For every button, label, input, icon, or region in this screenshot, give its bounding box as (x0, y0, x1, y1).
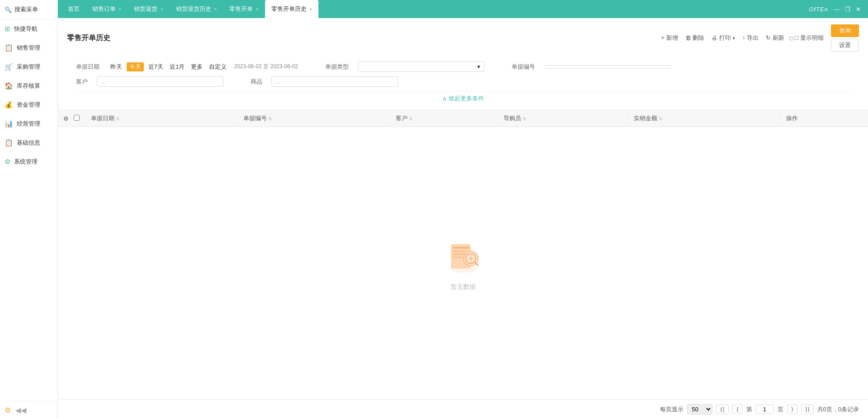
sidebar-item-label: 快捷导航 (14, 25, 38, 33)
customer-input[interactable]: ... (97, 76, 223, 87)
col-date-sort[interactable]: 单据日期 (91, 114, 232, 122)
yesterday-option[interactable]: 昨天 (109, 62, 124, 71)
system-icon: ⚙ (5, 158, 10, 166)
collapse-button[interactable]: ∧ 收起更多条件 (442, 94, 484, 103)
window-close-btn[interactable]: ✕ (856, 6, 861, 13)
sidebar-item-finance-mgmt[interactable]: 💰 资金管理 (0, 95, 57, 114)
table-container: ⚙ 单据日期 单据编号 客户 (58, 110, 868, 399)
tab-sales-return-history-close[interactable]: × (214, 6, 217, 12)
page-size-select[interactable]: 20 50 100 (687, 404, 712, 414)
sidebar-item-label: 采购管理 (17, 63, 40, 71)
action-buttons: 查询 设置 (831, 24, 859, 52)
window-minimize-btn[interactable]: — (834, 6, 840, 13)
print-button[interactable]: 🖨 打印 ▾ (710, 34, 735, 42)
tab-sales-return-history-label: 销货退货历史 (176, 5, 211, 13)
operations-icon: 📊 (5, 120, 13, 128)
tab-retail-open-history-label: 零售开单历史 (271, 5, 307, 13)
purchase-icon: 🛒 (5, 63, 13, 71)
col-customer-sort[interactable]: 客户 (396, 114, 492, 122)
sidebar-item-operations-mgmt[interactable]: 📊 经营管理 (0, 114, 57, 133)
delete-button[interactable]: 🗑 删除 (683, 34, 705, 42)
last-month-option[interactable]: 近1月 (168, 62, 186, 71)
svg-rect-5 (453, 257, 462, 258)
col-no-sort[interactable]: 单据编号 (243, 114, 384, 122)
more-option[interactable]: 更多 (189, 62, 204, 71)
select-all-checkbox[interactable] (74, 115, 80, 121)
col-customer[interactable]: 客户 (390, 110, 498, 127)
checkbox-icon: □ (790, 35, 793, 42)
doc-no-input[interactable] (544, 65, 671, 69)
filter-area: 单据日期 昨天 今天 近7天 近1月 更多 自定义 2023-06-02 至 2… (67, 57, 859, 110)
tab-sales-order[interactable]: 销售订单 × (86, 0, 128, 18)
window-restore-btn[interactable]: ❐ (845, 6, 850, 13)
sidebar-item-label: 系统管理 (14, 158, 38, 166)
doc-type-select[interactable]: ▾ (358, 61, 484, 72)
page-header: 零售开单历史 + 新增 🗑 删除 🖨 打印 (58, 18, 868, 110)
tab-home-label: 首页 (68, 5, 80, 13)
display-detail-button[interactable]: □ □ 显示明细 (790, 34, 824, 42)
total-info: 共0页，0条记录 (817, 405, 859, 414)
last-page-button[interactable]: ⟩⟩ (801, 405, 814, 414)
sidebar-item-inventory[interactable]: 🏠 库存核算 (0, 76, 57, 95)
col-guide-sort[interactable]: 导购员 (503, 114, 622, 122)
refresh-button[interactable]: ↻ 刷新 (764, 34, 784, 42)
collapse-sidebar-icon[interactable]: ◀◀ (15, 406, 26, 414)
sidebar-item-quick-nav[interactable]: ⊞ 快捷导航 (0, 19, 57, 38)
page-title-row: 零售开单历史 + 新增 🗑 删除 🖨 打印 (67, 24, 859, 52)
tab-sales-return-history[interactable]: 销货退货历史 × (170, 0, 223, 18)
settings-col-icon[interactable]: ⚙ (63, 115, 69, 122)
empty-text: 暂无数据 (451, 283, 476, 291)
today-option[interactable]: 今天 (127, 62, 144, 71)
prev-page-button[interactable]: ⟨ (732, 405, 743, 414)
export-label: ↑ 导出 (742, 34, 759, 42)
query-button[interactable]: 查询 (831, 24, 859, 37)
last7-option[interactable]: 近7天 (147, 62, 165, 71)
tab-sales-return-close[interactable]: × (160, 6, 163, 12)
tab-bar-right: OfTEn — ❐ ✕ (809, 6, 864, 13)
page-size-label: 每页显示 (660, 405, 683, 414)
next-page-button[interactable]: ⟩ (787, 405, 797, 414)
quick-nav-icon: ⊞ (5, 25, 10, 33)
refresh-label: ↻ 刷新 (766, 34, 784, 42)
sidebar-item-basic-info[interactable]: 📋 基础信息 (0, 133, 57, 152)
export-button[interactable]: ↑ 导出 (740, 34, 759, 42)
display-label: □ 显示明细 (795, 34, 824, 42)
col-date[interactable]: 单据日期 (85, 110, 237, 127)
sidebar-item-label: 库存核算 (17, 82, 40, 90)
sidebar-item-sales-mgmt[interactable]: 📋 销售管理 (0, 38, 57, 57)
tab-retail-open-history-close[interactable]: × (309, 6, 312, 12)
settings-bottom-icon[interactable]: ⚙ (5, 406, 11, 414)
custom-option[interactable]: 自定义 (207, 62, 228, 71)
first-page-button[interactable]: ⟨⟨ (716, 405, 729, 414)
setting-button[interactable]: 设置 (831, 39, 859, 52)
tab-home[interactable]: 首页 (62, 0, 86, 18)
tab-retail-open-close[interactable]: × (256, 6, 258, 12)
goods-input[interactable]: ... (271, 76, 398, 87)
tab-bar: 首页 销售订单 × 销货退货 × 销货退货历史 × 零售开单 × 零售开单历史 … (58, 0, 868, 18)
add-button[interactable]: + 新增 (659, 34, 678, 42)
col-amount-sort[interactable]: 实销金额 (634, 114, 775, 122)
current-page-input[interactable] (756, 405, 774, 414)
doc-type-dropdown-icon: ▾ (477, 63, 480, 70)
sidebar-search[interactable]: 🔍 搜索采单 (0, 0, 57, 19)
brand-name: OfTEn (809, 6, 828, 13)
col-guide[interactable]: 导购员 (498, 110, 628, 127)
sidebar: 🔍 搜索采单 ⊞ 快捷导航 📋 销售管理 🛒 采购管理 🏠 库存核算 💰 资金管… (0, 0, 58, 419)
sidebar-item-system-mgmt[interactable]: ⚙ 系统管理 (0, 152, 57, 171)
date-options: 昨天 今天 近7天 近1月 更多 自定义 2023-06-02 至 2023-0… (109, 62, 298, 71)
finance-icon: 💰 (5, 101, 13, 109)
print-label: 🖨 打印 (711, 34, 731, 42)
sidebar-item-label: 经营管理 (17, 120, 40, 128)
tab-retail-open[interactable]: 零售开单 × (223, 0, 265, 18)
tab-retail-open-history[interactable]: 零售开单历史 × (265, 0, 318, 18)
col-amount[interactable]: 实销金额 (628, 110, 780, 127)
tab-sales-return[interactable]: 销货退货 × (128, 0, 169, 18)
customer-label: 客户 (76, 78, 88, 86)
sidebar-item-purchase-mgmt[interactable]: 🛒 采购管理 (0, 57, 57, 76)
col-no[interactable]: 单据编号 (238, 110, 390, 127)
tab-sales-order-close[interactable]: × (119, 6, 121, 12)
tab-sales-order-label: 销售订单 (92, 5, 116, 13)
basic-info-icon: 📋 (5, 139, 13, 147)
filter-row-1: 单据日期 昨天 今天 近7天 近1月 更多 自定义 2023-06-02 至 2… (76, 61, 850, 72)
add-label: + 新增 (661, 34, 678, 42)
